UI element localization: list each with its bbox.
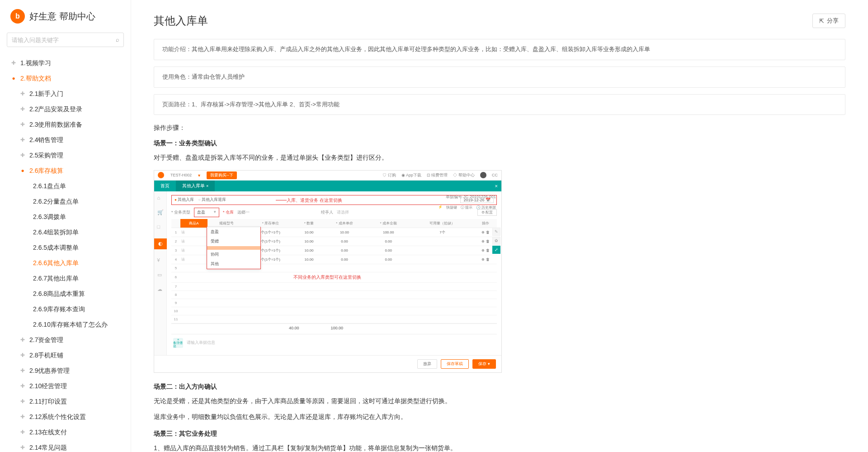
nav-2-7[interactable]: ✚2.7资金管理 <box>7 332 124 347</box>
search-icon[interactable]: ⌕ <box>116 36 119 43</box>
nav-2-6-3[interactable]: 2.6.3调拨单 <box>7 209 124 224</box>
nav-2-6-7[interactable]: 2.6.7其他出库单 <box>7 271 124 286</box>
nav-2-6-1[interactable]: 2.6.1盘点单 <box>7 178 124 194</box>
emb-setting-btn: ⚙ 配置 <box>477 209 497 216</box>
plus-icon: ✚ <box>10 60 17 66</box>
emb-quick-links: ⚡快捷键 ⓘ 提示 🕓 历史单据 <box>438 205 496 210</box>
search-input[interactable] <box>7 33 124 47</box>
nav-2-6-10[interactable]: 2.6.10库存账本错了怎么办 <box>7 317 124 332</box>
emb-drop-item: 协同 <box>207 250 260 259</box>
emb-remark-icon: ≡备注信息 <box>173 338 183 348</box>
nav-2-11[interactable]: ✚2.11打印设置 <box>7 394 124 409</box>
scene1-desc: 对于受赠、盘盈或是拆装入库等不同的业务，是通过单据头【业务类型】进行区分。 <box>154 152 845 163</box>
nav-2-2[interactable]: ✚2.2产品安装及登录 <box>7 101 124 117</box>
emb-app-icon: ◉ App下载 <box>401 172 421 178</box>
emb-drop-item: 受赠 <box>207 237 260 246</box>
nav-2-6-8[interactable]: 2.6.8商品成本重算 <box>7 286 124 301</box>
emb-logo-icon <box>158 172 164 178</box>
emb-tab-doc: 其他入库单 × <box>176 181 215 191</box>
nav-2-10[interactable]: ✚2.10经营管理 <box>7 378 124 394</box>
nav-2-6[interactable]: ●2.6库存核算 <box>7 163 124 178</box>
emb-radio-in: 其他入库 <box>175 197 194 203</box>
info-intro: 功能介绍：其他入库单用来处理除采购入库、产成品入库之外的其他入库业务，因此其他入… <box>154 39 845 60</box>
nav-2-6-6[interactable]: 2.6.6其他入库单 <box>7 255 124 271</box>
plus-icon: ✚ <box>19 352 26 358</box>
sidebar: b 好生意 帮助中心 ⌕ ✚1.视频学习 ●2.帮助文档 ✚2.1新手入门 ✚2… <box>0 0 131 452</box>
emb-buy-btn: 我要购买--下 <box>207 171 237 179</box>
nav-2-13[interactable]: ✚2.13在线支付 <box>7 424 124 440</box>
info-path: 页面路径：1、库存核算->库存管理->其他入库单 2、首页->常用功能 <box>154 94 845 115</box>
emb-home-icon: ⌂ <box>157 195 164 201</box>
plus-icon: ✚ <box>19 137 26 143</box>
embedded-screenshot: TEST-H002 ▾ 我要购买--下 ♡ 订购 ◉ App下载 ⊡ 续费管理 … <box>154 170 502 373</box>
emb-handler-label: 经手人 <box>321 209 333 215</box>
emb-footer: 放弃 保存草稿 保存 ▾ <box>154 355 501 372</box>
emb-code: TEST-H002 <box>170 173 192 177</box>
nav-video[interactable]: ✚1.视频学习 <box>7 55 124 71</box>
share-icon: ⇱ <box>819 18 824 24</box>
emb-warehouse-val: 远郷一 <box>237 209 250 215</box>
emb-topbar: TEST-H002 ▾ 我要购买--下 ♡ 订购 ◉ App下载 ⊡ 续费管理 … <box>154 171 501 181</box>
scene2-desc2: 退库业务中，明细数量均以负值红色展示。无论是入库还是退库，库存账均记在入库方向。 <box>154 411 845 423</box>
nav: ✚1.视频学习 ●2.帮助文档 ✚2.1新手入门 ✚2.2产品安装及登录 ✚2.… <box>7 55 124 452</box>
emb-avatar <box>480 172 486 178</box>
main-content: 其他入库单 ⇱ 分享 功能介绍：其他入库单用来处理除采购入库、产成品入库之外的其… <box>131 0 868 452</box>
nav-2-8[interactable]: ✚2.8手机旺铺 <box>7 347 124 363</box>
nav-2-6-5[interactable]: 2.6.5成本调整单 <box>7 240 124 255</box>
share-button[interactable]: ⇱ 分享 <box>812 14 845 28</box>
steps-label: 操作步骤： <box>154 124 845 132</box>
emb-save-btn: 保存 ▾ <box>472 359 496 369</box>
emb-drop-item: 盘盈 <box>207 227 260 237</box>
info-role: 使用角色：通常由仓管人员维护 <box>154 67 845 88</box>
scene1-title: 场景一：业务类型确认 <box>154 139 845 147</box>
nav-2-14[interactable]: ✚2.14常见问题 <box>7 440 124 452</box>
logo-icon: b <box>10 9 25 24</box>
emb-biztype-select: 盘盈 ▾ <box>194 208 219 217</box>
nav-2-1[interactable]: ✚2.1新手入门 <box>7 86 124 101</box>
scene2-desc1: 无论是受赠，还是其他类型的业务，由于入库商品质量等原因，需要退回，这时可通过单据… <box>154 395 845 407</box>
emb-help-icon: ◇ 帮助中心 <box>453 172 475 178</box>
plus-icon: ✚ <box>19 429 26 435</box>
emb-sidebar: ⌂ 🛒 □ ◐ ¥ ▭ ☁ <box>154 191 167 355</box>
emb-down-icon: ▾ <box>198 173 200 178</box>
nav-2-12[interactable]: ✚2.12系统个性化设置 <box>7 409 124 424</box>
logo: b 好生意 帮助中心 <box>7 9 124 24</box>
emb-tab-expand-icon: × <box>491 183 501 189</box>
nav-2-6-9[interactable]: 2.6.9库存账本查询 <box>7 301 124 317</box>
plus-icon: ✚ <box>19 106 26 112</box>
nav-2-5[interactable]: ✚2.5采购管理 <box>7 147 124 163</box>
scene3-title: 场景三：其它业务处理 <box>154 430 845 438</box>
emb-warehouse-label: * 仓库 <box>223 209 234 215</box>
emb-draft-btn: 保存草稿 <box>441 359 469 369</box>
emb-cart-icon: 🛒 <box>157 209 164 216</box>
plus-icon: ✚ <box>19 367 26 374</box>
emb-ri-3: ⤢ <box>492 246 500 254</box>
emb-doc-type-row: 其他入库 其他入库退库 2019-12-26 📅 入库、退货业务 在这里切换 <box>171 195 497 205</box>
plus-icon: ✚ <box>19 152 26 158</box>
emb-tabs: 首页 其他入库单 × × <box>154 181 501 191</box>
scene2-title: 场景二：出入方向确认 <box>154 383 845 391</box>
emb-remark-input: 请输入单据信息 <box>187 340 495 346</box>
emb-right-icons: ✎ ✿ ⤢ <box>492 228 501 254</box>
emb-drop-item: 其他 <box>207 259 260 269</box>
plus-icon: ✚ <box>19 398 26 404</box>
emb-box-icon: □ <box>157 224 164 230</box>
emb-stock-icon: ◐ <box>154 238 167 249</box>
search-box: ⌕ <box>7 33 124 47</box>
emb-cancel-btn: 放弃 <box>417 359 437 369</box>
emb-content: 单据编号 JC-20191226-001 ⚡快捷键 ⓘ 提示 🕓 历史单据 其他… <box>167 191 501 355</box>
nav-help-docs[interactable]: ●2.帮助文档 <box>7 71 124 86</box>
nav-2-6-4[interactable]: 2.6.4组装拆卸单 <box>7 224 124 240</box>
emb-cloud-icon: ☁ <box>157 286 164 293</box>
nav-2-6-2[interactable]: 2.6.2分量盘点单 <box>7 194 124 209</box>
plus-icon: ✚ <box>19 337 26 343</box>
emb-annotation-1: 入库、退货业务 在这里切换 <box>276 197 342 204</box>
nav-2-9[interactable]: ✚2.9优惠券管理 <box>7 363 124 378</box>
minus-icon: ● <box>10 75 17 81</box>
nav-2-4[interactable]: ✚2.4销售管理 <box>7 132 124 147</box>
nav-2-3[interactable]: ✚2.3使用前数据准备 <box>7 117 124 132</box>
plus-icon: ✚ <box>19 121 26 128</box>
scene3-desc: 1、赠品入库的商品直接转为销售。通过工具栏【复制/复制为销货单】功能，将单据信息… <box>154 442 845 452</box>
emb-xieyi-icon: ⊡ 续费管理 <box>427 172 448 178</box>
emb-tab-home: 首页 <box>154 181 176 191</box>
